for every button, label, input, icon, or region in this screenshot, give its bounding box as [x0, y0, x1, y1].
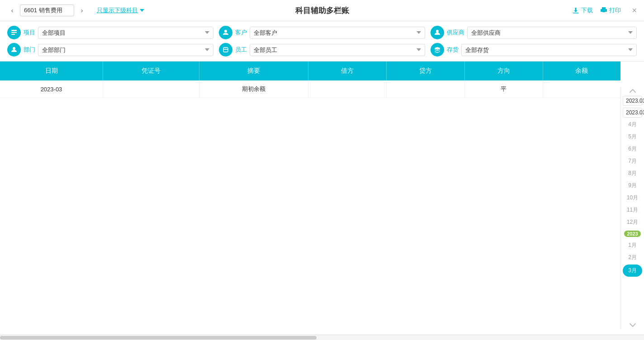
svg-point-3 — [436, 30, 439, 33]
table-row: 2023-03 期初余额 平 — [0, 80, 620, 98]
download-button[interactable]: 下载 — [572, 6, 593, 14]
supplier-select[interactable]: 全部供应商 — [467, 27, 637, 39]
cell-summary: 期初余额 — [199, 80, 308, 98]
filter-area: 项目 全部项目 客户 全部客户 供应商 全部供 — [0, 21, 644, 61]
inventory-icon — [431, 43, 444, 57]
col-direction: 方向 — [464, 61, 543, 80]
timeline-month-9[interactable]: 9月 — [621, 179, 644, 192]
timeline-month-8[interactable]: 8月 — [621, 167, 644, 179]
cell-direction: 平 — [464, 80, 543, 98]
customer-icon — [219, 26, 232, 39]
dept-icon — [7, 43, 21, 57]
inventory-label: 存货 — [447, 46, 459, 54]
svg-rect-2 — [11, 34, 15, 35]
ledger-table: 日期 凭证号 摘要 借方 贷方 方向 余额 2023-03 期初余额 — [0, 61, 620, 98]
filter-row-1: 项目 全部项目 客户 全部客户 供应商 全部供 — [7, 26, 637, 39]
page-title: 科目辅助多栏账 — [295, 5, 349, 16]
cell-balance — [543, 80, 620, 98]
table-container: 日期 凭证号 摘要 借方 贷方 方向 余额 2023-03 期初余额 — [0, 61, 644, 335]
cell-date: 2023-03 — [0, 80, 103, 98]
dept-label: 部门 — [24, 46, 35, 54]
timeline-month-6[interactable]: 6月 — [621, 143, 644, 155]
timeline-month-2[interactable]: 2月 — [621, 251, 644, 264]
employee-select[interactable]: 全部员工 — [250, 44, 425, 56]
timeline-month-5[interactable]: 5月 — [621, 131, 644, 143]
employee-label: 员工 — [235, 46, 247, 54]
horizontal-scrollbar[interactable] — [0, 335, 644, 340]
cell-voucher — [103, 80, 199, 98]
timeline-selected-start[interactable]: 2023.03 — [623, 96, 642, 106]
top-actions: 下载 打印 × — [572, 6, 637, 15]
timeline-panel: 2023.03 2023.03 4月 5月 6月 7月 8月 9月 10月 11… — [620, 87, 644, 329]
svg-rect-1 — [11, 32, 17, 33]
nav-area: ‹ 6601 销售费用 › 只显示下级科目 — [7, 5, 144, 16]
timeline-selected-end[interactable]: 2023.03 — [623, 108, 642, 118]
main-window: ‹ 6601 销售费用 › 只显示下级科目 科目辅助多栏账 下载 打印 × — [0, 0, 644, 340]
project-icon — [7, 26, 21, 39]
dropdown-icon — [140, 9, 144, 12]
dept-filter-item: 部门 全部部门 — [7, 43, 213, 57]
timeline-month-12[interactable]: 12月 — [621, 216, 644, 228]
timeline-month-11[interactable]: 11月 — [621, 204, 644, 216]
dept-select[interactable]: 全部部门 — [38, 44, 213, 56]
timeline-month-1[interactable]: 1月 — [621, 239, 644, 251]
cell-credit — [386, 80, 464, 98]
print-icon — [600, 7, 607, 14]
timeline-year-2023[interactable]: 2023 — [621, 228, 644, 239]
col-date: 日期 — [0, 61, 103, 80]
project-filter-item: 项目 全部项目 — [7, 26, 213, 39]
top-bar: ‹ 6601 销售费用 › 只显示下级科目 科目辅助多栏账 下载 打印 × — [0, 0, 644, 21]
timeline-month-10[interactable]: 10月 — [621, 192, 644, 204]
supplier-icon — [431, 26, 444, 39]
scrollbar-thumb[interactable] — [0, 336, 317, 340]
col-debit: 借方 — [308, 61, 386, 80]
col-voucher: 凭证号 — [103, 61, 199, 80]
col-summary: 摘要 — [199, 61, 308, 80]
project-label: 项目 — [24, 28, 35, 37]
customer-label: 客户 — [235, 28, 247, 37]
employee-filter-item: 员工 全部员工 — [219, 43, 425, 57]
project-select[interactable]: 全部项目 — [38, 27, 213, 39]
col-credit: 贷方 — [386, 61, 464, 80]
svg-rect-5 — [223, 47, 228, 52]
cell-debit — [308, 80, 386, 98]
timeline-month-7[interactable]: 7月 — [621, 155, 644, 167]
timeline-down-btn[interactable] — [621, 321, 644, 329]
filter-row-2: 部门 全部部门 员工 全部员工 存货 全部存货 — [7, 43, 637, 57]
timeline-up-btn[interactable] — [621, 87, 644, 95]
prev-account-btn[interactable]: ‹ — [7, 5, 17, 15]
inventory-select[interactable]: 全部存货 — [461, 44, 637, 56]
col-balance: 余额 — [543, 61, 620, 80]
svg-point-4 — [13, 47, 15, 50]
supplier-filter-item: 供应商 全部供应商 — [431, 26, 637, 39]
show-sub-button[interactable]: 只显示下级科目 — [97, 6, 144, 14]
next-account-btn[interactable]: › — [77, 5, 87, 15]
download-icon — [572, 7, 579, 14]
print-button[interactable]: 打印 — [600, 6, 621, 14]
supplier-label: 供应商 — [447, 28, 464, 37]
customer-select[interactable]: 全部客户 — [250, 27, 425, 39]
timeline-month-3[interactable]: 3月 — [623, 264, 642, 277]
timeline-month-4[interactable]: 4月 — [621, 118, 644, 131]
employee-icon — [219, 43, 232, 57]
close-button[interactable]: × — [632, 6, 637, 15]
svg-rect-0 — [11, 30, 17, 31]
inventory-filter-item: 存货 全部存货 — [431, 43, 637, 57]
account-code: 6601 销售费用 — [20, 5, 74, 16]
customer-filter-item: 客户 全部客户 — [219, 26, 425, 39]
